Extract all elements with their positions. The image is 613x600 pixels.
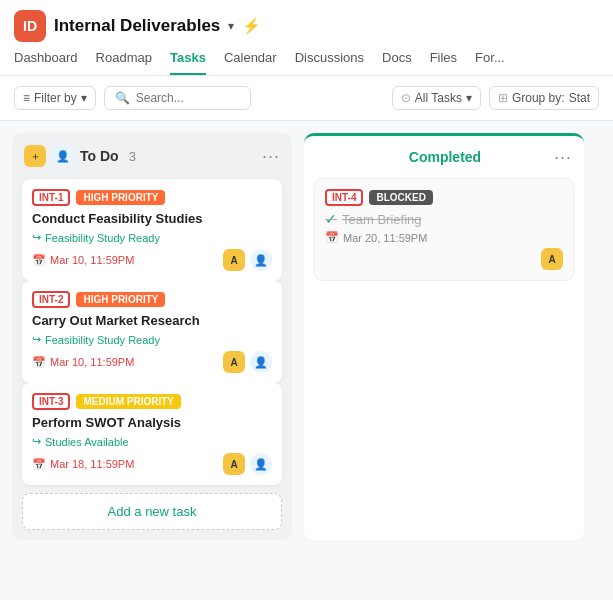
priority-badge: MEDIUM PRIORITY	[76, 394, 181, 409]
completed-task-card: INT-4 BLOCKED ✓ Team Briefing 📅 Mar 20, …	[314, 178, 574, 281]
nav-tabs: DashboardRoadmapTasksCalendarDiscussions…	[14, 50, 599, 75]
dependency-label: Feasibility Study Ready	[45, 232, 160, 244]
column-gap	[292, 133, 304, 540]
all-tasks-chevron-icon: ▾	[466, 91, 472, 105]
dependency-label: Studies Available	[45, 436, 129, 448]
search-input[interactable]	[136, 91, 240, 105]
completed-date-label: Mar 20, 11:59PM	[343, 232, 427, 244]
header-top: ID Internal Deliverables ▾ ⚡	[14, 10, 599, 42]
dependency-label: Feasibility Study Ready	[45, 334, 160, 346]
completed-column: Completed ··· INT-4 BLOCKED ✓ Team Brief…	[304, 133, 584, 540]
circle-check-icon: ⊙	[401, 91, 411, 105]
priority-badge: HIGH PRIORITY	[76, 292, 165, 307]
search-icon: 🔍	[115, 91, 130, 105]
date-label: Mar 18, 11:59PM	[50, 458, 134, 470]
task-date: 📅 Mar 18, 11:59PM	[32, 458, 134, 471]
filter-label: Filter by	[34, 91, 77, 105]
todo-cards-container: INT-1 HIGH PRIORITY Conduct Feasibility …	[22, 179, 282, 485]
filter-chevron-icon: ▾	[81, 91, 87, 105]
task-dependency: ↪ Studies Available	[32, 435, 272, 448]
toolbar: ≡ Filter by ▾ 🔍 ⊙ All Tasks ▾ ⊞ Group by…	[0, 76, 613, 121]
task-card-top: INT-3 MEDIUM PRIORITY	[32, 393, 272, 410]
task-date: 📅 Mar 10, 11:59PM	[32, 356, 134, 369]
calendar-icon: 📅	[32, 356, 46, 369]
completed-column-header: Completed ···	[314, 146, 574, 170]
task-footer: 📅 Mar 10, 11:59PM A 👤	[32, 249, 272, 271]
task-id-badge: INT-3	[32, 393, 70, 410]
app-logo: ID	[14, 10, 46, 42]
date-label: Mar 10, 11:59PM	[50, 356, 134, 368]
nav-tab-forms[interactable]: For...	[475, 50, 505, 75]
task-date: 📅 Mar 10, 11:59PM	[32, 254, 134, 267]
task-card: INT-3 MEDIUM PRIORITY Perform SWOT Analy…	[22, 383, 282, 485]
todo-column-title: To Do	[80, 148, 119, 164]
calendar-icon: 📅	[32, 254, 46, 267]
completed-dots-button[interactable]: ···	[554, 148, 572, 166]
group-label: Group by:	[512, 91, 565, 105]
blocked-badge: BLOCKED	[369, 190, 432, 205]
priority-badge: HIGH PRIORITY	[76, 190, 165, 205]
task-card-top: INT-2 HIGH PRIORITY	[32, 291, 272, 308]
completed-calendar-icon: 📅	[325, 231, 339, 244]
todo-column: ＋ 👤 To Do 3 ··· INT-1 HIGH PRIORITY Cond…	[12, 133, 292, 540]
todo-column-header: ＋ 👤 To Do 3 ···	[22, 143, 282, 171]
completed-title-label: Team Briefing	[342, 212, 421, 227]
lightning-icon: ⚡	[242, 17, 261, 35]
completed-cards-container: INT-4 BLOCKED ✓ Team Briefing 📅 Mar 20, …	[314, 178, 574, 281]
task-title: Perform SWOT Analysis	[32, 415, 272, 430]
task-avatar: A	[223, 453, 245, 475]
task-avatar: A	[223, 351, 245, 373]
completed-column-title: Completed	[336, 149, 554, 165]
search-box: 🔍	[104, 86, 251, 110]
completed-footer: A	[325, 248, 563, 270]
task-dependency: ↪ Feasibility Study Ready	[32, 333, 272, 346]
nav-tab-docs[interactable]: Docs	[382, 50, 412, 75]
nav-tab-tasks[interactable]: Tasks	[170, 50, 206, 75]
date-label: Mar 10, 11:59PM	[50, 254, 134, 266]
all-tasks-label: All Tasks	[415, 91, 462, 105]
group-value: Stat	[569, 91, 590, 105]
nav-tab-roadmap[interactable]: Roadmap	[96, 50, 152, 75]
task-footer: 📅 Mar 10, 11:59PM A 👤	[32, 351, 272, 373]
nav-tab-dashboard[interactable]: Dashboard	[14, 50, 78, 75]
task-card: INT-1 HIGH PRIORITY Conduct Feasibility …	[22, 179, 282, 281]
task-card: INT-2 HIGH PRIORITY Carry Out Market Res…	[22, 281, 282, 383]
dependency-arrow-icon: ↪	[32, 435, 41, 448]
task-title: Conduct Feasibility Studies	[32, 211, 272, 226]
task-footer: 📅 Mar 18, 11:59PM A 👤	[32, 453, 272, 475]
nav-tab-files[interactable]: Files	[430, 50, 457, 75]
task-id-badge: INT-2	[32, 291, 70, 308]
todo-column-count: 3	[129, 149, 136, 164]
task-user-icon: 👤	[250, 249, 272, 271]
todo-dots-button[interactable]: ···	[262, 147, 280, 165]
task-card-top: INT-1 HIGH PRIORITY	[32, 189, 272, 206]
nav-tab-discussions[interactable]: Discussions	[295, 50, 364, 75]
task-id-badge: INT-1	[32, 189, 70, 206]
calendar-icon: 📅	[32, 458, 46, 471]
add-task-button[interactable]: Add a new task	[22, 493, 282, 530]
completed-date: 📅 Mar 20, 11:59PM	[325, 231, 563, 244]
group-by-button[interactable]: ⊞ Group by: Stat	[489, 86, 599, 110]
nav-tab-calendar[interactable]: Calendar	[224, 50, 277, 75]
filter-icon: ≡	[23, 91, 30, 105]
main-content: ＋ 👤 To Do 3 ··· INT-1 HIGH PRIORITY Cond…	[0, 121, 613, 552]
dependency-arrow-icon: ↪	[32, 231, 41, 244]
all-tasks-button[interactable]: ⊙ All Tasks ▾	[392, 86, 481, 110]
todo-user-icon[interactable]: 👤	[52, 145, 74, 167]
task-dependency: ↪ Feasibility Study Ready	[32, 231, 272, 244]
task-user-icon: 👤	[250, 453, 272, 475]
chevron-icon: ▾	[228, 19, 234, 33]
todo-add-icon[interactable]: ＋	[24, 145, 46, 167]
header: ID Internal Deliverables ▾ ⚡ DashboardRo…	[0, 0, 613, 76]
task-title: Carry Out Market Research	[32, 313, 272, 328]
completed-task-name: ✓ Team Briefing	[325, 211, 563, 227]
layers-icon: ⊞	[498, 91, 508, 105]
completed-card-top: INT-4 BLOCKED	[325, 189, 563, 206]
project-title: Internal Deliverables	[54, 16, 220, 36]
completed-avatar: A	[541, 248, 563, 270]
task-user-icon: 👤	[250, 351, 272, 373]
task-avatar: A	[223, 249, 245, 271]
dependency-arrow-icon: ↪	[32, 333, 41, 346]
check-icon: ✓	[325, 211, 337, 227]
filter-button[interactable]: ≡ Filter by ▾	[14, 86, 96, 110]
